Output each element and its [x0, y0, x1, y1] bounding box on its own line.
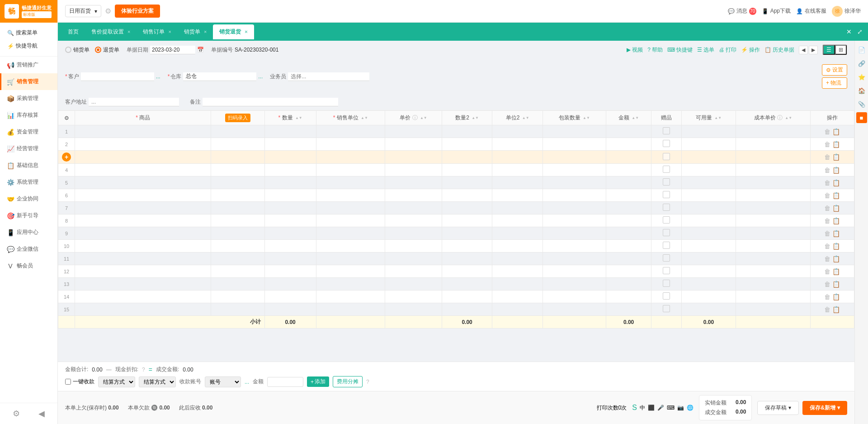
delete-row-7-btn[interactable]: 🗑: [824, 205, 830, 212]
save-new-btn[interactable]: 保存&新增 ▾: [802, 401, 847, 415]
help-btn[interactable]: ? 帮助: [647, 46, 663, 54]
message-group[interactable]: 💬 消息 70: [728, 7, 756, 15]
quick-nav-item[interactable]: ⚡ 快捷导航: [4, 39, 54, 52]
exp-btn[interactable]: 体验行业方案: [115, 5, 160, 18]
th-cost-price[interactable]: 成本单价 ⓘ ▲▼: [736, 111, 811, 125]
account-select[interactable]: 账号: [205, 376, 241, 387]
gift-check-2[interactable]: [663, 140, 670, 147]
sidebar-item-operations[interactable]: 📈 经营管理: [0, 140, 57, 157]
gift-check-11[interactable]: [663, 254, 670, 262]
delete-row-8-btn[interactable]: 🗑: [824, 217, 830, 224]
copy-row-2-btn[interactable]: 📋: [832, 141, 840, 148]
close-all-tabs-btn[interactable]: ✕: [844, 27, 854, 36]
copy-row-9-btn[interactable]: 📋: [832, 230, 840, 237]
sidebar-item-system[interactable]: ⚙️ 系统管理: [0, 174, 57, 191]
select-btn[interactable]: ☰ 选单: [697, 46, 714, 54]
delete-row-14-btn[interactable]: 🗑: [824, 293, 830, 300]
th-available[interactable]: 可用量 ▲▼: [681, 111, 736, 125]
rs-icon-link[interactable]: 🔗: [856, 58, 867, 69]
copy-row-6-btn[interactable]: 📋: [832, 192, 840, 199]
tab-sales-delivery[interactable]: 销货单 ×: [178, 24, 213, 39]
gift-check-8[interactable]: [663, 216, 670, 224]
th-gift[interactable]: 赠品: [651, 111, 681, 125]
payment-ellipsis-btn[interactable]: ...: [245, 379, 249, 385]
delete-row-6-btn[interactable]: 🗑: [824, 192, 830, 199]
tab-price-settings[interactable]: 售价提取设置 ×: [85, 24, 137, 39]
gift-check-4[interactable]: [663, 166, 670, 173]
search-menu-item[interactable]: 🔍 搜索菜单: [4, 26, 54, 39]
gift-check-14[interactable]: [663, 292, 670, 300]
copy-row-10-btn[interactable]: 📋: [832, 243, 840, 250]
sidebar-item-finance[interactable]: 💰 资金管理: [0, 124, 57, 140]
calendar-icon[interactable]: 📅: [197, 47, 204, 53]
gift-check-10[interactable]: [663, 242, 670, 249]
copy-row-13-btn[interactable]: 📋: [832, 281, 840, 288]
gift-check-12[interactable]: [663, 267, 670, 274]
th-qty2[interactable]: 数量2 ▲▼: [442, 111, 492, 125]
gift-check-1[interactable]: [663, 127, 670, 134]
sidebar-settings-btn[interactable]: ⚙: [9, 407, 24, 420]
sidebar-item-basic[interactable]: 📋 基础信息: [0, 157, 57, 174]
tab-close-sales-return[interactable]: ×: [245, 29, 247, 34]
video-btn[interactable]: ▶ 视频: [627, 46, 643, 54]
user-group[interactable]: 徐 徐泽华: [832, 6, 861, 17]
print-btn[interactable]: 🖨 打印: [719, 46, 736, 54]
tab-home[interactable]: 首页: [61, 24, 85, 39]
th-product[interactable]: * 商品: [75, 111, 211, 125]
warehouse-input[interactable]: [183, 72, 256, 81]
delete-row-11-btn[interactable]: 🗑: [824, 255, 830, 262]
add-row-btn[interactable]: +: [62, 152, 71, 162]
radio-return[interactable]: 退货单: [95, 46, 119, 54]
delete-row-15-btn[interactable]: 🗑: [824, 306, 830, 313]
split-expense-btn[interactable]: 费用分摊: [333, 376, 363, 387]
copy-row-4-btn[interactable]: 📋: [832, 167, 840, 174]
unit-sort-icon[interactable]: ▲▼: [361, 116, 368, 120]
salesperson-input[interactable]: [288, 72, 369, 81]
next-btn[interactable]: ▶: [809, 46, 818, 54]
price-sort-icon[interactable]: ▲▼: [420, 116, 427, 120]
copy-row-3-btn[interactable]: 📋: [832, 153, 840, 161]
daily-select[interactable]: 日用百货 ▾: [65, 5, 101, 17]
th-settings[interactable]: ⚙: [58, 111, 75, 125]
sidebar-item-member[interactable]: V 畅会员: [0, 257, 57, 274]
delete-row-3-btn[interactable]: 🗑: [824, 153, 830, 161]
copy-row-1-btn[interactable]: 📋: [832, 128, 840, 135]
tab-sales-return[interactable]: 销货退货 ×: [213, 24, 254, 39]
settle-method-select2[interactable]: 结算方式: [139, 376, 176, 387]
gift-check-3[interactable]: [663, 153, 670, 160]
copy-row-7-btn[interactable]: 📋: [832, 205, 840, 212]
rs-icon-home[interactable]: 🏠: [856, 85, 867, 96]
copy-row-8-btn[interactable]: 📋: [832, 217, 840, 224]
prev-btn[interactable]: ◀: [799, 46, 808, 54]
avail-sort-icon[interactable]: ▲▼: [714, 116, 722, 120]
gift-check-13[interactable]: [663, 280, 670, 287]
copy-row-11-btn[interactable]: 📋: [832, 255, 840, 262]
pack-sort-icon[interactable]: ▲▼: [583, 116, 590, 120]
sidebar-item-sales[interactable]: 🛒 销售管理: [0, 73, 57, 90]
shortcut-btn[interactable]: ⌨ 快捷键: [667, 46, 693, 54]
delete-row-13-btn[interactable]: 🗑: [824, 281, 830, 288]
help-circle-icon[interactable]: ?: [142, 367, 145, 373]
rs-icon-clip[interactable]: 📎: [856, 99, 867, 110]
date-input[interactable]: [150, 46, 195, 54]
delete-row-12-btn[interactable]: 🗑: [824, 268, 830, 275]
list-view-btn[interactable]: ☰: [823, 45, 835, 55]
operate-btn[interactable]: ⚡ 操作: [741, 46, 760, 54]
sidebar-collapse-btn[interactable]: ◀: [35, 407, 48, 420]
sidebar-item-purchase[interactable]: 📦 采购管理: [0, 90, 57, 107]
rs-icon-active[interactable]: ■: [856, 112, 867, 123]
delete-row-9-btn[interactable]: 🗑: [824, 230, 830, 237]
amount-input[interactable]: [267, 377, 303, 387]
tab-sales-order[interactable]: 销售订单 ×: [137, 24, 177, 39]
qty-sort-icon[interactable]: ▲▼: [295, 116, 302, 120]
gift-check-5[interactable]: [663, 178, 670, 186]
cost-sort-icon[interactable]: ▲▼: [785, 116, 792, 120]
th-pack-qty[interactable]: 包装数量 ▲▼: [543, 111, 606, 125]
sidebar-item-wechat[interactable]: 💬 企业微信: [0, 241, 57, 257]
th-scan[interactable]: 扫码录入: [211, 111, 264, 125]
settings-btn[interactable]: ⚙ 设置: [822, 64, 847, 76]
delete-row-5-btn[interactable]: 🗑: [824, 179, 830, 186]
th-amount[interactable]: 金额 ▲▼: [606, 111, 651, 125]
one-click-payment-label[interactable]: 一键收款: [65, 378, 94, 386]
sidebar-item-guide[interactable]: 🎯 新手引导: [0, 207, 57, 224]
